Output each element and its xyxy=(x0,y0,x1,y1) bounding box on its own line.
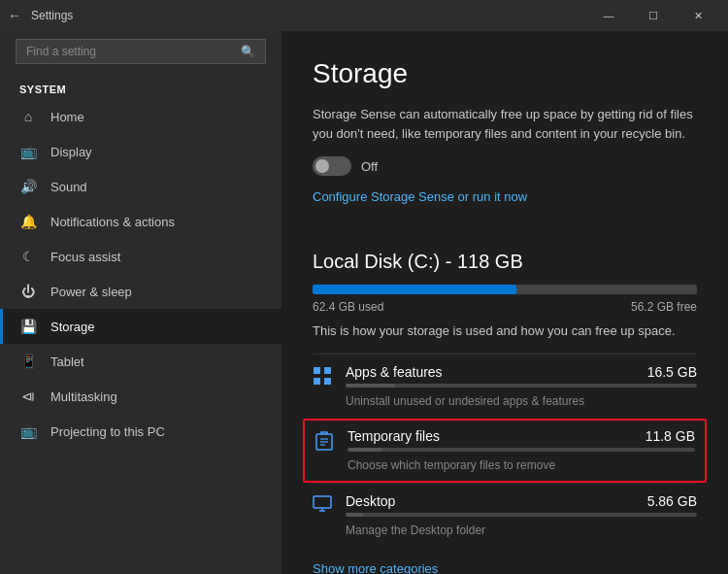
temp-name: Temporary files xyxy=(347,428,440,444)
desktop-header: Desktop 5.86 GB xyxy=(346,493,697,509)
sidebar-item-multitasking[interactable]: ⧏ Multitasking xyxy=(0,379,281,414)
title-bar-title: Settings xyxy=(31,9,586,22)
disk-usage-bar xyxy=(313,285,697,294)
power-icon: ⏻ xyxy=(19,284,37,299)
apps-content: Apps & features 16.5 GB Uninstall unused… xyxy=(346,364,697,409)
sidebar-item-label: Sound xyxy=(50,180,87,194)
desktop-content: Desktop 5.86 GB Manage the Desktop folde… xyxy=(346,493,697,538)
sidebar-section-label: System xyxy=(0,76,281,99)
minimize-button[interactable]: — xyxy=(586,0,631,31)
app-body: 🔍 System ⌂ Home 📺 Display 🔊 Sound 🔔 Noti… xyxy=(0,31,728,574)
projecting-icon: 📺 xyxy=(19,423,37,439)
sidebar-item-label: Tablet xyxy=(50,355,84,369)
temp-bar xyxy=(347,448,382,452)
disk-section: Local Disk (C:) - 118 GB 62.4 GB used 56… xyxy=(313,251,697,574)
toggle-label: Off xyxy=(361,159,378,174)
storage-item-temp[interactable]: Temporary files 11.8 GB Choose which tem… xyxy=(303,419,707,483)
svg-rect-3 xyxy=(324,378,331,385)
sidebar-item-display[interactable]: 📺 Display xyxy=(0,134,281,169)
sidebar-item-label: Power & sleep xyxy=(50,285,132,299)
desktop-desc: Manage the Desktop folder xyxy=(346,523,485,537)
tablet-icon: 📱 xyxy=(19,354,37,369)
apps-name: Apps & features xyxy=(346,364,443,380)
focus-icon: ☾ xyxy=(19,249,37,264)
sidebar-item-label: Storage xyxy=(50,320,95,334)
disk-description: This is how your storage is used and how… xyxy=(313,323,697,338)
svg-rect-2 xyxy=(314,378,320,385)
title-bar: ← Settings — ☐ ✕ xyxy=(0,0,728,31)
search-input[interactable] xyxy=(26,45,241,58)
sidebar: 🔍 System ⌂ Home 📺 Display 🔊 Sound 🔔 Noti… xyxy=(0,31,281,574)
sidebar-item-label: Notifications & actions xyxy=(50,215,175,229)
back-button[interactable]: ← xyxy=(8,8,21,23)
apps-bar xyxy=(346,384,395,388)
sidebar-item-label: Display xyxy=(50,145,92,159)
apps-bar-container xyxy=(346,384,697,388)
apps-header: Apps & features 16.5 GB xyxy=(346,364,697,380)
disk-used-label: 62.4 GB used xyxy=(313,300,383,314)
sidebar-item-focus[interactable]: ☾ Focus assist xyxy=(0,239,281,274)
apps-size: 16.5 GB xyxy=(647,364,697,380)
sidebar-item-home[interactable]: ⌂ Home xyxy=(0,99,281,134)
sidebar-item-tablet[interactable]: 📱 Tablet xyxy=(0,344,281,379)
page-title: Storage xyxy=(313,58,697,89)
window-controls: — ☐ ✕ xyxy=(586,0,720,31)
sidebar-item-notifications[interactable]: 🔔 Notifications & actions xyxy=(0,204,281,239)
temp-bar-container xyxy=(347,448,695,452)
main-panel: Storage Storage Sense can automatically … xyxy=(281,31,728,574)
sound-icon: 🔊 xyxy=(19,179,37,194)
disk-bar-labels: 62.4 GB used 56.2 GB free xyxy=(313,300,697,314)
desktop-size: 5.86 GB xyxy=(647,493,697,509)
storage-sense-description: Storage Sense can automatically free up … xyxy=(313,105,697,143)
apps-icon xyxy=(313,366,332,390)
svg-rect-1 xyxy=(324,367,331,374)
sidebar-item-label: Focus assist xyxy=(50,250,120,264)
sidebar-item-power[interactable]: ⏻ Power & sleep xyxy=(0,274,281,309)
multitasking-icon: ⧏ xyxy=(19,388,37,404)
sidebar-item-label: Home xyxy=(50,110,84,124)
svg-rect-8 xyxy=(314,496,331,508)
temp-icon xyxy=(314,430,334,456)
search-icon: 🔍 xyxy=(241,45,255,58)
close-button[interactable]: ✕ xyxy=(676,0,720,31)
sidebar-item-storage[interactable]: 💾 Storage xyxy=(0,309,281,344)
temp-content: Temporary files 11.8 GB Choose which tem… xyxy=(347,428,695,473)
sidebar-item-label: Projecting to this PC xyxy=(50,424,165,439)
maximize-button[interactable]: ☐ xyxy=(631,0,676,31)
search-box[interactable]: 🔍 xyxy=(16,39,266,64)
storage-item-desktop[interactable]: Desktop 5.86 GB Manage the Desktop folde… xyxy=(313,483,697,548)
storage-item-apps[interactable]: Apps & features 16.5 GB Uninstall unused… xyxy=(313,354,697,419)
sidebar-item-sound[interactable]: 🔊 Sound xyxy=(0,169,281,204)
display-icon: 📺 xyxy=(19,144,37,159)
disk-title: Local Disk (C:) - 118 GB xyxy=(313,251,697,273)
sidebar-item-label: Multitasking xyxy=(50,389,117,404)
svg-rect-0 xyxy=(314,367,320,374)
configure-link[interactable]: Configure Storage Sense or run it now xyxy=(313,189,527,204)
show-more-link[interactable]: Show more categories xyxy=(313,556,438,574)
disk-free-label: 56.2 GB free xyxy=(631,300,697,314)
disk-used-bar xyxy=(313,285,516,294)
apps-desc: Uninstall unused or undesired apps & fea… xyxy=(346,394,584,408)
desktop-bar-container xyxy=(346,513,697,517)
temp-desc: Choose which temporary files to remove xyxy=(347,458,555,472)
temp-header: Temporary files 11.8 GB xyxy=(347,428,695,444)
temp-size: 11.8 GB xyxy=(645,428,695,444)
home-icon: ⌂ xyxy=(19,109,37,124)
desktop-icon xyxy=(313,495,332,518)
desktop-name: Desktop xyxy=(346,493,395,509)
storage-sense-toggle[interactable] xyxy=(313,156,351,176)
sidebar-item-projecting[interactable]: 📺 Projecting to this PC xyxy=(0,414,281,449)
desktop-bar xyxy=(346,513,363,517)
storage-sense-toggle-row: Off xyxy=(313,156,697,176)
storage-icon: 💾 xyxy=(19,319,37,334)
notification-icon: 🔔 xyxy=(19,214,37,229)
